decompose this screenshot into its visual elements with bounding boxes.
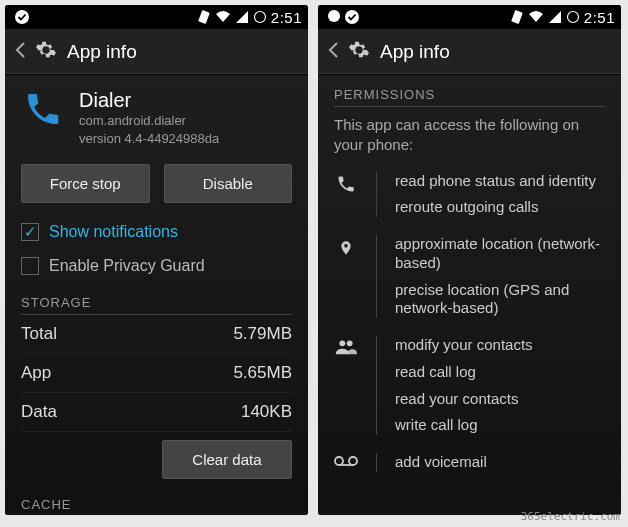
svg-rect-5 [511,10,523,24]
app-version: version 4.4-44924988da [79,130,219,148]
content-left: Dialer com.android.dialer version 4.4-44… [5,75,308,515]
perm-item: write call log [395,416,605,435]
perm-item: read call log [395,363,605,382]
storage-total-value: 5.79MB [233,324,292,344]
storage-data-value: 140KB [241,402,292,422]
show-notifications-label: Show notifications [49,223,178,241]
svg-point-6 [567,12,578,23]
status-bar: 2:51 [5,5,308,29]
disable-button[interactable]: Disable [164,164,293,203]
contacts-icon [334,336,358,435]
checkbox-unchecked-icon [21,257,39,275]
storage-app-row: App 5.65MB [21,354,292,393]
privacy-guard-row[interactable]: Enable Privacy Guard [21,249,292,283]
divider [376,172,377,218]
privacy-guard-label: Enable Privacy Guard [49,257,205,275]
perm-item: read your contacts [395,390,605,409]
rotate-icon [510,10,524,24]
divider [376,336,377,435]
back-icon[interactable] [328,42,338,62]
screenshot-right: 2:51 App info PERMISSIONS This app can a… [318,5,621,515]
storage-data-label: Data [21,402,57,422]
storage-total-label: Total [21,324,57,344]
back-icon[interactable] [15,42,25,62]
signal-icon [548,10,562,24]
storage-data-row: Data 140KB [21,393,292,432]
status-icon-check [344,9,360,25]
perm-item: read phone status and identity [395,172,605,191]
divider [376,453,377,472]
voicemail-icon [334,453,358,472]
app-info-block: Dialer com.android.dialer version 4.4-44… [21,75,292,160]
header: App info [5,29,308,75]
location-icon [334,235,358,318]
perm-list: approximate location (network-based)prec… [395,235,605,318]
perm-list: modify your contactsread call logread yo… [395,336,605,435]
perm-item: modify your contacts [395,336,605,355]
perm-list: read phone status and identityreroute ou… [395,172,605,218]
status-time: 2:51 [271,9,302,26]
perm-item: approximate location (network-based) [395,235,605,273]
perm-item: add voicemail [395,453,605,472]
storage-app-value: 5.65MB [233,363,292,383]
phone-icon [334,172,358,218]
wifi-icon [528,10,544,24]
show-notifications-row[interactable]: ✓ Show notifications [21,215,292,249]
svg-point-2 [254,12,265,23]
gear-icon [35,39,57,65]
storage-total-row: Total 5.79MB [21,315,292,354]
svg-point-8 [347,340,353,346]
permissions-intro: This app can access the following on you… [334,107,605,172]
battery-icon [253,10,267,24]
permissions-section-title: PERMISSIONS [334,75,605,107]
status-bar: 2:51 [318,5,621,29]
rotate-icon [197,10,211,24]
status-icon-check [14,9,30,25]
svg-point-3 [328,10,340,22]
app-package: com.android.dialer [79,112,219,130]
status-time: 2:51 [584,9,615,26]
phone-icon [21,89,65,133]
header: App info [318,29,621,75]
perm-item: reroute outgoing calls [395,198,605,217]
signal-icon [235,10,249,24]
svg-point-9 [335,457,343,465]
svg-point-0 [15,10,29,24]
perm-item: precise location (GPS and network-based) [395,281,605,319]
perm-group-phone: read phone status and identityreroute ou… [334,172,605,236]
wifi-icon [215,10,231,24]
perm-list: add voicemail [395,453,605,472]
page-title: App info [67,41,137,63]
svg-point-4 [345,10,359,24]
battery-icon [566,10,580,24]
perm-group-contacts: modify your contactsread call logread yo… [334,336,605,453]
watermark: 365electric.com [521,510,620,520]
svg-rect-1 [198,10,210,24]
force-stop-button[interactable]: Force stop [21,164,150,203]
svg-point-10 [349,457,357,465]
checkbox-checked-icon: ✓ [21,223,39,241]
page-title: App info [380,41,450,63]
svg-point-7 [339,340,345,346]
cache-section-title: CACHE [21,485,292,515]
clear-data-button[interactable]: Clear data [162,440,292,479]
divider [376,235,377,318]
storage-section-title: STORAGE [21,283,292,315]
perm-group-location: approximate location (network-based)prec… [334,235,605,336]
perm-group-voicemail: add voicemail [334,453,605,490]
storage-app-label: App [21,363,51,383]
screenshot-left: 2:51 App info Dialer com.android.dialer … [5,5,308,515]
gear-icon [348,39,370,65]
status-icon-dot [327,9,341,25]
content-right: PERMISSIONS This app can access the foll… [318,75,621,515]
app-name: Dialer [79,89,219,112]
